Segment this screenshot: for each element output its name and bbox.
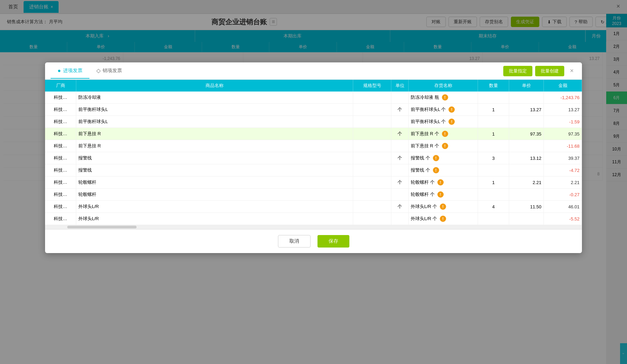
warning-icon: !	[440, 216, 446, 222]
cell-stock-name: 外球头L/R 个 !	[409, 213, 478, 225]
warning-icon: !	[437, 179, 444, 185]
cell-vendor: 科技…	[45, 104, 76, 115]
cell-spec	[353, 128, 391, 140]
cell-product-name: 前平衡杆球头L	[76, 104, 353, 115]
cell-amount: 39.37	[544, 152, 582, 164]
cell-vendor: 科技…	[45, 152, 76, 164]
cell-amount: -11.68	[544, 140, 582, 152]
cell-product-name: 报警线	[76, 164, 353, 176]
cell-quantity: 1	[478, 176, 509, 188]
warning-icon: !	[433, 155, 439, 161]
col-quantity: 数量	[478, 80, 509, 92]
cell-unit: 个	[391, 201, 409, 213]
table-row[interactable]: 科技… 报警线 个 报警线 个 ! 3 13.12 39.37	[45, 152, 582, 164]
cell-amount: 2.21	[544, 176, 582, 188]
modal-header: ● 进项发票 ◇ 销项发票 批量指定 批量创建 ×	[45, 62, 582, 80]
col-unit-price: 单价	[509, 80, 544, 92]
table-row[interactable]: 科技… 轮毂螺杆 个 轮毂螺杆 个 ! 1 2.21 2.21	[45, 176, 582, 189]
cell-amount: -4.72	[544, 164, 582, 176]
batch-create-button[interactable]: 批量创建	[535, 66, 564, 76]
scroll-thumb[interactable]	[67, 226, 137, 228]
cell-amount: -1,243.76	[544, 92, 582, 103]
cell-spec	[353, 104, 391, 115]
modal-close-btn[interactable]: ×	[567, 66, 576, 76]
tab-outgoing-invoice[interactable]: ◇ 销项发票	[89, 63, 129, 79]
table-body: 科技… 防冻冷却液 防冻冷却液 瓶 ! -1,243.76 科技… 前平衡杆球头…	[45, 92, 582, 225]
modal-footer: 取消 保存	[45, 229, 582, 253]
cell-amount: -5.52	[544, 213, 582, 225]
table-row[interactable]: 科技… 轮毂螺杆 轮毂螺杆 个 ! -0.27	[45, 189, 582, 201]
cell-quantity: 4	[478, 201, 509, 213]
cell-unit-price	[509, 213, 544, 225]
warning-icon: !	[442, 131, 448, 137]
cell-quantity	[478, 164, 509, 176]
cell-unit-price: 97.35	[509, 128, 544, 140]
cell-unit: 个	[391, 152, 409, 164]
cell-unit: 个	[391, 176, 409, 188]
cell-unit-price: 2.21	[509, 176, 544, 188]
cell-product-name: 前平衡杆球头L	[76, 116, 353, 128]
cell-unit	[391, 92, 409, 103]
batch-assign-button[interactable]: 批量指定	[503, 66, 532, 76]
warning-icon: !	[433, 167, 439, 173]
cell-quantity	[478, 213, 509, 225]
cell-vendor: 科技…	[45, 176, 76, 188]
modal-table: 厂商 商品名称 规格型号 单位 存货名称 数量 单价 金额 科技… 防冻冷却液 …	[45, 80, 582, 225]
cell-spec	[353, 152, 391, 164]
cell-vendor: 科技…	[45, 128, 76, 140]
cell-quantity	[478, 92, 509, 103]
cell-amount: -1.59	[544, 116, 582, 128]
cell-stock-name: 前下悬挂 R 个 !	[409, 140, 478, 152]
cell-unit-price	[509, 189, 544, 200]
cell-stock-name: 报警线 个 !	[409, 152, 478, 164]
cell-unit: 个	[391, 104, 409, 115]
col-amount: 金额	[544, 80, 582, 92]
tab-incoming-invoice[interactable]: ● 进项发票	[51, 63, 89, 79]
cell-unit: 个	[391, 128, 409, 140]
cell-vendor: 科技…	[45, 201, 76, 213]
modal-tabs: ● 进项发票 ◇ 销项发票	[51, 63, 129, 79]
table-header: 厂商 商品名称 规格型号 单位 存货名称 数量 单价 金额	[45, 80, 582, 92]
warning-icon: !	[449, 119, 455, 125]
cell-spec	[353, 116, 391, 128]
cell-spec	[353, 201, 391, 213]
table-row[interactable]: 科技… 防冻冷却液 防冻冷却液 瓶 ! -1,243.76	[45, 92, 582, 104]
cell-unit-price	[509, 140, 544, 152]
table-row[interactable]: 科技… 前平衡杆球头L 个 前平衡杆球头L 个 ! 1 13.27 13.27	[45, 104, 582, 116]
cell-unit-price	[509, 164, 544, 176]
cell-product-name: 外球头L/R	[76, 201, 353, 213]
warning-icon: !	[442, 143, 448, 149]
cell-amount: 46.01	[544, 201, 582, 213]
table-row[interactable]: 科技… 外球头L/R 外球头L/R 个 ! -5.52	[45, 213, 582, 225]
warning-icon: !	[449, 106, 455, 113]
cell-unit-price	[509, 92, 544, 103]
cell-product-name: 轮毂螺杆	[76, 189, 353, 200]
col-spec: 规格型号	[353, 80, 391, 92]
cell-stock-name: 报警线 个 !	[409, 164, 478, 176]
cell-amount: 97.35	[544, 128, 582, 140]
cell-amount: -0.27	[544, 189, 582, 200]
cell-quantity: 1	[478, 128, 509, 140]
cell-spec	[353, 92, 391, 103]
cell-spec	[353, 140, 391, 152]
cell-stock-name: 前平衡杆球头L 个 !	[409, 104, 478, 115]
cell-quantity: 3	[478, 152, 509, 164]
cell-quantity	[478, 189, 509, 200]
cell-stock-name: 前平衡杆球头L 个 !	[409, 116, 478, 128]
cell-quantity: 1	[478, 104, 509, 115]
cell-quantity	[478, 116, 509, 128]
table-row[interactable]: 科技… 前下悬挂 R 个 前下悬挂 R 个 ! 1 97.35 97.35	[45, 128, 582, 140]
cell-stock-name: 前下悬挂 R 个 !	[409, 128, 478, 140]
cell-vendor: 科技…	[45, 140, 76, 152]
horizontal-scrollbar[interactable]	[45, 225, 582, 229]
table-row[interactable]: 科技… 前平衡杆球头L 前平衡杆球头L 个 ! -1.59	[45, 116, 582, 128]
cell-stock-name: 轮毂螺杆 个 !	[409, 176, 478, 188]
save-button[interactable]: 保存	[317, 235, 349, 248]
cancel-button[interactable]: 取消	[278, 235, 311, 248]
col-vendor: 厂商	[45, 80, 76, 92]
table-row[interactable]: 科技… 报警线 报警线 个 ! -4.72	[45, 164, 582, 176]
table-row[interactable]: 科技… 外球头L/R 个 外球头L/R 个 ! 4 11.50 46.01	[45, 201, 582, 213]
table-row[interactable]: 科技… 前下悬挂 R 前下悬挂 R 个 ! -11.68	[45, 140, 582, 152]
cell-vendor: 科技…	[45, 92, 76, 103]
modal-header-actions: 批量指定 批量创建 ×	[503, 66, 576, 76]
